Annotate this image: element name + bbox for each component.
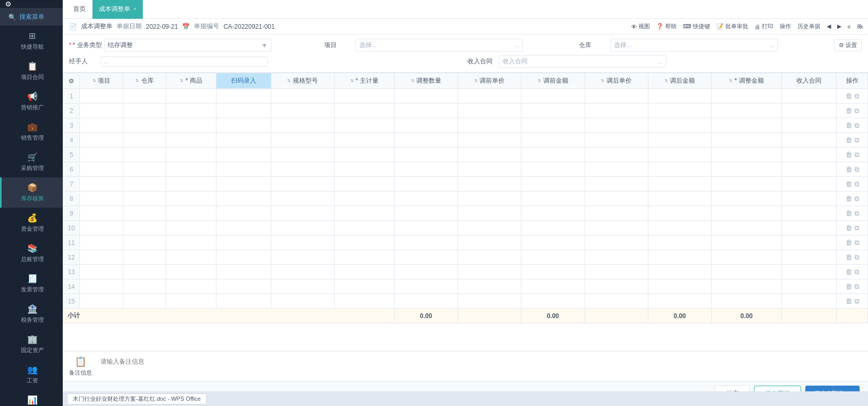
- table-cell[interactable]: [123, 206, 166, 221]
- table-cell[interactable]: [712, 235, 782, 250]
- table-cell[interactable]: [123, 104, 166, 118]
- table-cell[interactable]: [271, 279, 334, 294]
- table-cell[interactable]: [458, 279, 521, 294]
- sidebar-item-fixed-assets[interactable]: 🏢 固定资产: [0, 329, 63, 359]
- table-cell[interactable]: [458, 118, 521, 133]
- table-cell[interactable]: [782, 162, 837, 177]
- history-button[interactable]: 历史单据: [797, 22, 820, 30]
- table-cell[interactable]: [166, 279, 216, 294]
- table-cell[interactable]: [166, 294, 216, 309]
- table-cell[interactable]: [712, 265, 782, 279]
- table-cell[interactable]: [394, 162, 458, 177]
- table-cell[interactable]: [648, 294, 711, 309]
- sidebar-item-payroll[interactable]: 👥 工资: [0, 359, 63, 390]
- table-cell[interactable]: [334, 148, 394, 162]
- table-cell[interactable]: [216, 162, 271, 177]
- table-cell[interactable]: [216, 133, 271, 148]
- tab-close-icon[interactable]: ×: [133, 6, 136, 12]
- table-cell[interactable]: [585, 250, 648, 265]
- copy-row-icon[interactable]: ⧉: [854, 209, 859, 218]
- table-cell[interactable]: [585, 177, 648, 191]
- table-cell[interactable]: [458, 235, 521, 250]
- table-cell[interactable]: [216, 250, 271, 265]
- data-table-container[interactable]: ⚙ ⇅ 项目 ⇅ 仓库 ⇅ * 商品 扫码录入 ⇅ 规格型号 ⇅ * 主计量 ⇅…: [63, 73, 868, 351]
- table-cell[interactable]: [712, 162, 782, 177]
- table-cell[interactable]: [166, 118, 216, 133]
- table-cell[interactable]: [80, 279, 123, 294]
- notes-input[interactable]: [98, 356, 862, 367]
- table-cell[interactable]: [271, 177, 334, 191]
- table-cell[interactable]: [123, 191, 166, 206]
- table-cell[interactable]: [123, 250, 166, 265]
- table-cell[interactable]: [334, 235, 394, 250]
- table-cell[interactable]: [216, 118, 271, 133]
- table-cell[interactable]: [334, 89, 394, 104]
- agent-input[interactable]: ...: [100, 57, 268, 66]
- table-cell[interactable]: [334, 221, 394, 235]
- table-cell[interactable]: [585, 265, 648, 279]
- print-button[interactable]: 🖨 打印: [755, 22, 773, 30]
- table-cell[interactable]: [394, 221, 458, 235]
- table-cell[interactable]: [394, 206, 458, 221]
- table-cell[interactable]: [123, 265, 166, 279]
- delete-row-icon[interactable]: 🗑: [846, 283, 852, 291]
- table-cell[interactable]: [334, 250, 394, 265]
- table-cell[interactable]: [271, 148, 334, 162]
- table-cell[interactable]: [521, 294, 585, 309]
- nav-prev-button[interactable]: ◀: [827, 23, 831, 30]
- table-cell[interactable]: [585, 191, 648, 206]
- operation-button[interactable]: 操作: [780, 22, 791, 30]
- table-cell[interactable]: [80, 148, 123, 162]
- table-cell[interactable]: [271, 118, 334, 133]
- copy-row-icon[interactable]: ⧉: [854, 253, 859, 262]
- table-cell[interactable]: [334, 133, 394, 148]
- table-cell[interactable]: [712, 133, 782, 148]
- table-cell[interactable]: [394, 235, 458, 250]
- table-cell[interactable]: [585, 294, 648, 309]
- table-cell[interactable]: [271, 104, 334, 118]
- table-cell[interactable]: [521, 279, 585, 294]
- table-cell[interactable]: [521, 148, 585, 162]
- table-cell[interactable]: [782, 148, 837, 162]
- copy-row-icon[interactable]: ⧉: [854, 151, 859, 159]
- sidebar-item-invoice-mgmt[interactable]: 🧾 发票管理: [0, 268, 63, 299]
- table-cell[interactable]: [166, 221, 216, 235]
- table-cell[interactable]: [123, 118, 166, 133]
- table-cell[interactable]: [782, 118, 837, 133]
- table-cell[interactable]: [458, 104, 521, 118]
- table-cell[interactable]: [216, 104, 271, 118]
- delete-row-icon[interactable]: 🗑: [846, 224, 852, 232]
- table-cell[interactable]: [80, 265, 123, 279]
- table-cell[interactable]: [648, 89, 711, 104]
- table-cell[interactable]: [166, 265, 216, 279]
- table-cell[interactable]: [712, 191, 782, 206]
- table-cell[interactable]: [648, 162, 711, 177]
- copy-row-icon[interactable]: ⧉: [854, 224, 859, 232]
- table-cell[interactable]: [585, 162, 648, 177]
- table-cell[interactable]: [585, 206, 648, 221]
- table-cell[interactable]: [394, 118, 458, 133]
- table-cell[interactable]: [334, 279, 394, 294]
- table-cell[interactable]: [648, 206, 711, 221]
- table-cell[interactable]: [216, 279, 271, 294]
- table-cell[interactable]: [458, 250, 521, 265]
- table-cell[interactable]: [123, 294, 166, 309]
- sidebar-item-ledger-mgmt[interactable]: 📚 总账管理: [0, 238, 63, 268]
- table-cell[interactable]: [216, 191, 271, 206]
- table-cell[interactable]: [712, 104, 782, 118]
- col-scan[interactable]: 扫码录入: [216, 73, 271, 89]
- table-cell[interactable]: [521, 206, 585, 221]
- table-cell[interactable]: [166, 104, 216, 118]
- warehouse-input[interactable]: 选择... ...: [610, 39, 778, 52]
- table-cell[interactable]: [648, 148, 711, 162]
- table-cell[interactable]: [271, 294, 334, 309]
- tab-home[interactable]: 首页: [67, 0, 93, 19]
- table-cell[interactable]: [394, 279, 458, 294]
- table-cell[interactable]: [80, 133, 123, 148]
- delete-row-icon[interactable]: 🗑: [846, 297, 852, 306]
- table-cell[interactable]: [585, 148, 648, 162]
- table-cell[interactable]: [123, 133, 166, 148]
- table-cell[interactable]: [394, 104, 458, 118]
- project-input[interactable]: 选择... ...: [356, 39, 523, 52]
- table-cell[interactable]: [80, 250, 123, 265]
